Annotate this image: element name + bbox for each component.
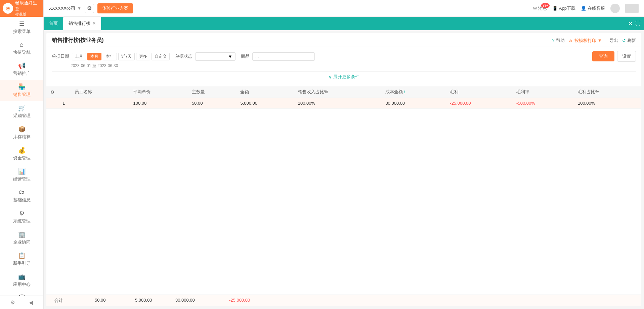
basic-info-icon: 🗂 — [19, 189, 25, 196]
date-btn-last-month[interactable]: 上月 — [72, 53, 86, 60]
sidebar-item-purchase[interactable]: 🛒 采购管理 — [0, 101, 43, 122]
col-avg-price: 平均单价 — [129, 86, 187, 98]
sales-icon: 🏪 — [18, 83, 26, 91]
date-buttons: 上月 本月 本年 近7天 更多 自定义 — [72, 53, 170, 60]
message-badge: 99+ — [541, 3, 550, 8]
row-gross-pct: 100.00% — [574, 98, 641, 109]
col-gross-rate: 毛利率 — [512, 86, 574, 98]
row-avg-price: 100.00 — [129, 98, 187, 109]
sidebar-item-guide[interactable]: 📋 新手引导 — [0, 249, 43, 270]
online-service-btn[interactable]: 👤 在线客服 — [581, 5, 605, 11]
row-cost-total: 30,000.00 — [381, 98, 446, 109]
content-header: 销售排行榜(按业务员) ? 帮助 🖨 按模板打印 ▼ ↑ 导出 — [46, 33, 641, 47]
tab-home[interactable]: 首页 — [44, 17, 63, 30]
status-filter-label: 单据状态 — [175, 53, 192, 59]
sidebar: ❀ 畅康通好生意 标准版 ☰ 搜索菜单 ⌂ 快捷导航 📢 营销推广 🏪 销售管理… — [0, 0, 44, 309]
row-employee — [71, 98, 129, 109]
topbar-gear-btn[interactable]: ⚙ — [85, 4, 94, 13]
query-button[interactable]: 查询 — [592, 51, 614, 61]
user-name-area — [625, 4, 639, 13]
tabbar: 首页 销售排行榜 ✕ ✕ ⛶ — [44, 17, 644, 30]
message-icon: ✉ — [533, 6, 537, 11]
system-icon: ⚙ — [19, 210, 25, 217]
footer-gross: -25,000.00 — [225, 298, 254, 304]
row-gross: -25,000.00 — [446, 98, 512, 109]
sidebar-item-basic-info[interactable]: 🗂 基础信息 — [0, 186, 43, 206]
date-btn-this-year[interactable]: 本年 — [103, 53, 117, 60]
data-table: ⚙ 员工名称 平均单价 主数量 全额 销售收入占比% 成本全额 ℹ 毛利 毛利率… — [46, 86, 641, 109]
expand-more-btn[interactable]: ∨ 展开更多条件 — [52, 71, 636, 82]
help-icon: ? — [552, 38, 554, 43]
collapse-sidebar-btn[interactable]: ◀ — [29, 299, 33, 306]
table-header-row: ⚙ 员工名称 平均单价 主数量 全额 销售收入占比% 成本全额 ℹ 毛利 毛利率… — [46, 86, 641, 98]
sidebar-item-sales[interactable]: 🏪 销售管理 — [0, 80, 43, 101]
settings-footer-btn[interactable]: ⚙ — [10, 299, 15, 306]
date-range-display: 2023-06-01 至 2023-06-30 — [52, 63, 636, 69]
tab-close-window-btn[interactable]: ✕ — [628, 20, 633, 27]
sidebar-item-system[interactable]: ⚙ 系统管理 — [0, 206, 43, 227]
status-select[interactable]: ▼ — [195, 52, 235, 61]
footer-cost-total: 30,000.00 — [171, 298, 225, 304]
user-avatar[interactable] — [610, 4, 620, 13]
tab-sales-rank[interactable]: 销售排行榜 ✕ — [63, 17, 101, 30]
sidebar-item-finance[interactable]: 💰 资金管理 — [0, 143, 43, 164]
refresh-btn[interactable]: ↺ 刷新 — [622, 38, 636, 44]
quick-nav-icon: ⌂ — [20, 41, 24, 48]
app-download-label: App下载 — [559, 5, 575, 11]
sidebar-item-quick-nav[interactable]: ⌂ 快捷导航 — [0, 38, 43, 59]
footer-total: 5,000.00 — [131, 298, 171, 304]
col-main-qty: 主数量 — [188, 86, 237, 98]
sidebar-item-operation[interactable]: 📊 经营管理 — [0, 164, 43, 186]
logo-icon: ❀ — [3, 3, 13, 14]
goods-input[interactable] — [255, 54, 312, 59]
refresh-icon: ↺ — [622, 38, 626, 43]
sidebar-item-app-center[interactable]: 📺 应用中心 — [0, 270, 43, 291]
col-gross-pct: 毛利占比% — [574, 86, 641, 98]
goods-filter-label: 商品 — [241, 53, 250, 59]
date-btn-this-month[interactable]: 本月 — [87, 53, 101, 60]
sidebar-item-wechat[interactable]: 💬 企业微信 — [0, 291, 43, 296]
date-btn-more[interactable]: 更多 — [136, 53, 150, 60]
date-btn-7days[interactable]: 近7天 — [118, 53, 135, 60]
row-settings-icon — [46, 98, 58, 109]
export-icon: ↑ — [606, 38, 608, 43]
operation-icon: 📊 — [18, 168, 26, 175]
sidebar-item-inventory[interactable]: 📦 库存核算 — [0, 122, 43, 143]
search-order-icon: ☰ — [19, 20, 25, 28]
table-area: ⚙ 员工名称 平均单价 主数量 全额 销售收入占比% 成本全额 ℹ 毛利 毛利率… — [46, 86, 641, 295]
trial-btn[interactable]: 体验行业方案 — [97, 3, 133, 13]
setting-button[interactable]: 设置 — [617, 51, 636, 62]
sidebar-item-marketing[interactable]: 📢 营销推广 — [0, 59, 43, 80]
col-rank — [58, 86, 71, 98]
col-gross: 毛利 — [446, 86, 512, 98]
help-btn[interactable]: ? 帮助 — [552, 38, 564, 44]
main-area: XXXXXX公司 ▼ ⚙ 体验行业方案 ✉ 消息 99+ 📱 App下载 👤 在… — [44, 0, 644, 309]
goods-input-wrapper — [252, 52, 315, 61]
col-settings: ⚙ — [46, 86, 58, 98]
finance-icon: 💰 — [18, 147, 26, 154]
date-btn-custom[interactable]: 自定义 — [152, 53, 170, 60]
topbar-right: ✉ 消息 99+ 📱 App下载 👤 在线客服 — [533, 4, 639, 13]
service-icon: 👤 — [581, 6, 586, 11]
sidebar-logo: ❀ 畅康通好生意 标准版 — [0, 0, 43, 17]
sidebar-item-search-order[interactable]: ☰ 搜索菜单 — [0, 17, 43, 38]
message-btn[interactable]: ✉ 消息 99+ — [533, 5, 547, 11]
status-select-arrow: ▼ — [228, 54, 232, 59]
col-sales-pct: 销售收入占比% — [294, 86, 382, 98]
header-actions: ? 帮助 🖨 按模板打印 ▼ ↑ 导出 ↺ 刷新 — [552, 38, 636, 44]
filter-row-1: 单据日期 上月 本月 本年 近7天 更多 自定义 单据状态 — [52, 51, 636, 62]
filter-area: 单据日期 上月 本月 本年 近7天 更多 自定义 单据状态 — [46, 47, 641, 86]
date-filter: 单据日期 上月 本月 本年 近7天 更多 自定义 — [52, 53, 170, 60]
row-sales-pct: 100.00% — [294, 98, 382, 109]
company-selector[interactable]: XXXXXX公司 ▼ — [49, 5, 81, 11]
export-btn[interactable]: ↑ 导出 — [606, 38, 618, 44]
footer-label: 合计 — [50, 298, 91, 304]
col-total: 全额 — [236, 86, 294, 98]
print-btn[interactable]: 🖨 按模板打印 ▼ — [569, 38, 602, 44]
sidebar-footer: ⚙ ◀ — [0, 296, 43, 309]
sidebar-item-enterprise[interactable]: 🏢 企业协同 — [0, 227, 43, 249]
app-download-btn[interactable]: 📱 App下载 — [552, 5, 575, 11]
enterprise-icon: 🏢 — [18, 231, 26, 238]
tab-fullscreen-btn[interactable]: ⛶ — [635, 20, 641, 27]
tab-close-icon[interactable]: ✕ — [92, 21, 96, 26]
